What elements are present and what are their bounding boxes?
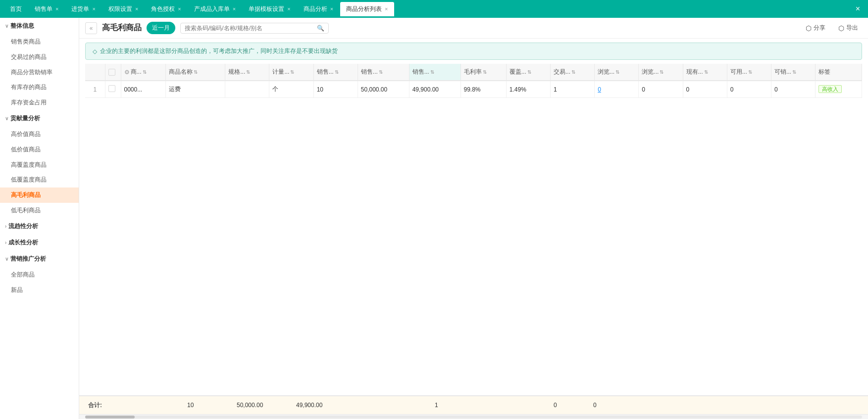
col-name[interactable]: 商品名称 ⇅: [166, 64, 225, 81]
col-sales1[interactable]: 销售... ⇅: [313, 64, 357, 81]
top-nav: 首页 销售单 × 进货单 × 权限设置 × 角色授权 × 产成品入库单 × 单据…: [0, 0, 868, 18]
content-area: « 高毛利商品 近一月 🔍 ⬡ 分享 ⬡ 导出 ◇ 企业的主要: [79, 18, 868, 419]
col-stock2[interactable]: 可用... ⇅: [727, 64, 771, 81]
sidebar-item-high-coverage[interactable]: 高覆盖度商品: [0, 157, 79, 173]
col-sales3[interactable]: 销售... ⇅: [409, 64, 460, 81]
row-unit-1: 个: [269, 81, 313, 98]
nav-role[interactable]: 角色授权 ×: [145, 2, 187, 16]
scroll-thumb[interactable]: [85, 416, 135, 419]
col-trade[interactable]: 交易... ⇅: [550, 64, 594, 81]
nav-home[interactable]: 首页: [4, 2, 28, 16]
col-coverage[interactable]: 覆盖... ⇅: [506, 64, 550, 81]
sidebar-item-in-stock[interactable]: 有库存的商品: [0, 80, 79, 95]
col-stock3[interactable]: 可销... ⇅: [771, 64, 815, 81]
nav-close-analysis-list[interactable]: ×: [385, 6, 388, 12]
row-spec-1: [225, 81, 269, 98]
sidebar-section-overall[interactable]: ∨ 整体信息: [0, 18, 79, 34]
export-button[interactable]: ⬡ 导出: [834, 22, 862, 34]
page-title: 高毛利商品: [102, 23, 142, 33]
row-gross-1: 99.8%: [460, 81, 506, 98]
col-gross[interactable]: 毛利率 ⇅: [460, 64, 506, 81]
sidebar-section-marketing[interactable]: ∨ 营销推广分析: [0, 251, 79, 267]
nav-stock-in[interactable]: 产成品入库单 ×: [188, 2, 242, 16]
col-sales2[interactable]: 销售... ⇅: [357, 64, 409, 81]
sidebar-item-sales-goods[interactable]: 销售类商品: [0, 34, 79, 49]
sidebar-item-traded-goods[interactable]: 交易过的商品: [0, 49, 79, 65]
row-browse1-1[interactable]: 0: [595, 81, 639, 98]
col-stock1[interactable]: 现有... ⇅: [683, 64, 727, 81]
footer-stock1: 0: [551, 402, 590, 409]
sidebar-item-stock-capital[interactable]: 库存资金占用: [0, 95, 79, 110]
nav-close-template[interactable]: ×: [287, 6, 290, 12]
nav-purchase[interactable]: 进货单 ×: [65, 2, 101, 16]
nav-close-permission[interactable]: ×: [135, 6, 138, 12]
nav-sales[interactable]: 销售单 ×: [29, 2, 64, 16]
row-stock1-1: 0: [683, 81, 727, 98]
content-header: « 高毛利商品 近一月 🔍 ⬡ 分享 ⬡ 导出: [79, 18, 868, 39]
table-container[interactable]: ⚙ 商... ⇅ 商品名称 ⇅: [79, 64, 868, 395]
sort-code: ⇅: [143, 69, 147, 75]
col-browse2[interactable]: 浏览... ⇅: [639, 64, 683, 81]
sidebar-item-high-margin[interactable]: 高毛利商品: [0, 187, 79, 203]
col-code[interactable]: ⚙ 商... ⇅: [121, 64, 166, 81]
col-browse1[interactable]: 浏览... ⇅: [595, 64, 639, 81]
nav-close-analysis[interactable]: ×: [330, 6, 333, 12]
row-stock3-1: 0: [771, 81, 815, 98]
nav-analysis[interactable]: 商品分析 ×: [298, 2, 339, 16]
scroll-track[interactable]: [85, 416, 862, 419]
footer-coverage: [392, 402, 432, 409]
filter-recent-month[interactable]: 近一月: [147, 22, 175, 34]
row-select-checkbox[interactable]: [108, 85, 115, 92]
info-text: 企业的主要的利润都是这部分商品创造的，可考虑加大推广，同时关注库存是不要出现缺货: [100, 47, 338, 55]
table-header-row: ⚙ 商... ⇅ 商品名称 ⇅: [85, 64, 862, 81]
nav-permission[interactable]: 权限设置 ×: [102, 2, 144, 16]
arrow-contribution: ∨: [5, 116, 8, 121]
col-num: [85, 64, 105, 81]
sidebar-item-all-goods[interactable]: 全部商品: [0, 267, 79, 282]
sort-stock2: ⇅: [748, 69, 752, 75]
nav-close-stock-in[interactable]: ×: [233, 6, 236, 12]
row-sales2-1: 50,000.00: [357, 81, 409, 98]
sort-sales3: ⇅: [430, 69, 434, 75]
nav-close-role[interactable]: ×: [178, 6, 181, 12]
sort-unit: ⇅: [290, 69, 294, 75]
sidebar-item-low-value[interactable]: 低价值商品: [0, 142, 79, 157]
sidebar-collapse-btn[interactable]: «: [85, 22, 97, 34]
nav-template[interactable]: 单据模板设置 ×: [243, 2, 296, 16]
sidebar-section-contribution[interactable]: ∨ 贡献量分析: [0, 110, 79, 127]
search-icon[interactable]: 🔍: [317, 25, 324, 32]
row-checkbox-1[interactable]: [105, 81, 121, 98]
sort-name: ⇅: [194, 69, 198, 75]
sidebar-section-growth[interactable]: › 成长性分析: [0, 234, 79, 251]
col-checkbox[interactable]: [105, 64, 121, 81]
sidebar-item-high-value[interactable]: 高价值商品: [0, 127, 79, 142]
sidebar-item-low-margin[interactable]: 低毛利商品: [0, 203, 79, 218]
nav-analysis-list[interactable]: 商品分析列表 ×: [340, 2, 394, 16]
footer-label: 合计:: [85, 401, 184, 410]
settings-icon[interactable]: ⚙: [124, 69, 130, 76]
row-code-1[interactable]: 0000...: [121, 81, 166, 98]
sidebar: ∨ 整体信息 销售类商品 交易过的商品 商品分营助销率 有库存的商品 库存资金占…: [0, 18, 79, 419]
row-browse2-1: 0: [639, 81, 683, 98]
nav-close-purchase[interactable]: ×: [92, 6, 95, 12]
bottom-scrollbar[interactable]: [79, 414, 868, 419]
col-spec[interactable]: 规格... ⇅: [225, 64, 269, 81]
footer-total: 合计: 10 50,000.00 49,900.00 1 0 0: [79, 395, 868, 414]
footer-sales2: 50,000.00: [234, 402, 293, 409]
footer-browse1: [471, 402, 511, 409]
nav-close-sales[interactable]: ×: [55, 6, 58, 12]
sort-stock1: ⇅: [704, 69, 708, 75]
sidebar-item-category-rate[interactable]: 商品分营助销率: [0, 65, 79, 80]
sort-browse1: ⇅: [615, 69, 619, 75]
sidebar-item-low-coverage[interactable]: 低覆盖度商品: [0, 172, 79, 187]
col-unit[interactable]: 计量... ⇅: [269, 64, 313, 81]
sort-spec: ⇅: [246, 69, 250, 75]
sidebar-section-flow[interactable]: › 流趋性分析: [0, 218, 79, 234]
search-input[interactable]: [185, 25, 315, 32]
col-tag[interactable]: 标签: [816, 64, 862, 81]
window-close[interactable]: ×: [852, 2, 864, 15]
select-all-checkbox[interactable]: [108, 69, 115, 76]
share-button[interactable]: ⬡ 分享: [802, 22, 829, 34]
arrow-marketing: ∨: [5, 256, 8, 262]
sidebar-item-new-goods[interactable]: 新品: [0, 282, 79, 298]
